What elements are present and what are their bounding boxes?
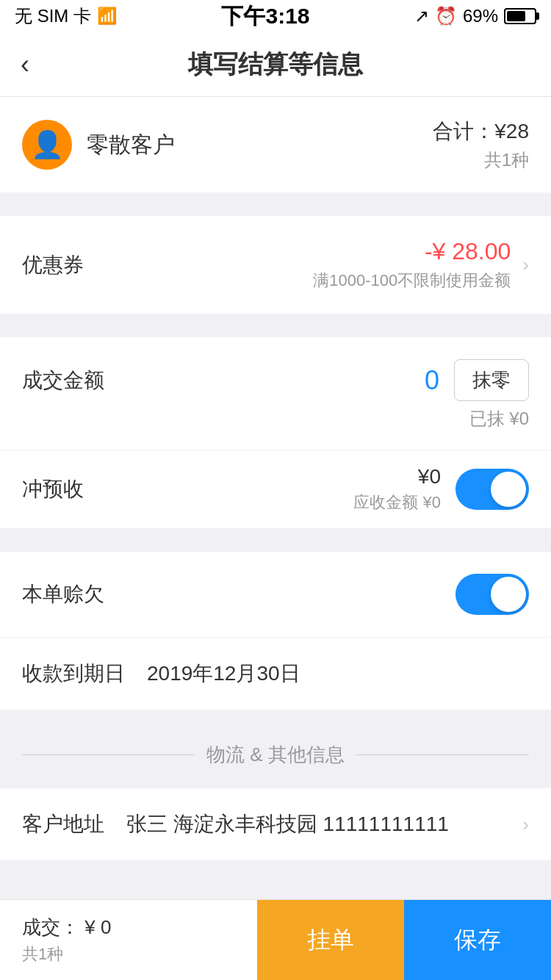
customer-row: 👤 零散客户 合计：¥28 共1种 (0, 97, 551, 192)
due-date-value: 2019年12月30日 (147, 660, 300, 688)
coupon-discount: -¥ 28.00 (313, 238, 511, 265)
customer-card: 👤 零散客户 合计：¥28 共1种 (0, 97, 551, 192)
toggle-knob (491, 472, 526, 507)
status-left: 无 SIM 卡 📶 (15, 4, 117, 28)
prepay-value: ¥0 (353, 465, 441, 489)
nav-bar: ‹ 填写结算等信息 (0, 32, 551, 97)
prepay-amounts: ¥0 应收金额 ¥0 (353, 465, 441, 514)
prepay-row: 冲预收 ¥0 应收金额 ¥0 (0, 450, 551, 528)
total-amount: 合计：¥28 (433, 118, 529, 145)
save-button[interactable]: 保存 (404, 900, 551, 980)
logistics-section-header: 物流 & 其他信息 (0, 721, 551, 788)
bottom-deal-label: 成交： (22, 916, 79, 938)
carrier-text: 无 SIM 卡 (15, 4, 91, 28)
customer-right: 合计：¥28 共1种 (433, 118, 529, 172)
bottom-deal-value: ¥ 0 (84, 916, 111, 938)
battery-icon (504, 8, 536, 24)
divider-1 (0, 204, 551, 216)
coupon-hint: 满1000-100不限制使用金额 (313, 270, 511, 292)
coupon-chevron-icon: › (522, 253, 529, 276)
coupon-value-wrap: -¥ 28.00 满1000-100不限制使用金额 (313, 238, 511, 292)
battery-percent: 69% (463, 6, 498, 26)
bottom-info: 成交： ¥ 0 共1种 (0, 915, 257, 965)
divider-2 (0, 325, 551, 337)
status-bar: 无 SIM 卡 📶 下午3:18 ↗ ⏰ 69% (0, 0, 551, 32)
round-zero-button[interactable]: 抹零 (454, 359, 529, 401)
content-area: 👤 零散客户 合计：¥28 共1种 优惠券 -¥ 28.00 满1000-100… (0, 97, 551, 960)
section-line-left (22, 754, 195, 755)
alarm-icon: ⏰ (435, 6, 457, 26)
credit-label: 本单赊欠 (22, 580, 104, 608)
bottom-buttons: 挂单 保存 (257, 900, 551, 980)
divider-3 (0, 540, 551, 552)
transaction-top: 成交金额 0 抹零 (22, 359, 529, 401)
back-button[interactable]: ‹ (21, 49, 29, 80)
transaction-card: 成交金额 0 抹零 已抹 ¥0 冲预收 ¥0 应收金额 ¥0 (0, 337, 551, 528)
bottom-deal: 成交： ¥ 0 (22, 915, 235, 940)
prepay-label: 冲预收 (22, 475, 84, 503)
credit-toggle[interactable] (455, 574, 529, 615)
credit-toggle-knob (491, 577, 526, 612)
transaction-bottom: 已抹 ¥0 (22, 401, 529, 442)
transaction-label: 成交金额 (22, 367, 104, 394)
address-chevron-icon: › (522, 813, 529, 836)
coupon-right: -¥ 28.00 满1000-100不限制使用金额 › (313, 238, 529, 292)
customer-name: 零散客户 (87, 130, 175, 160)
transaction-input-wrap: 0 抹零 (425, 359, 529, 401)
coupon-card: 优惠券 -¥ 28.00 满1000-100不限制使用金额 › (0, 216, 551, 314)
transaction-value[interactable]: 0 (425, 365, 439, 396)
page-title: 填写结算等信息 (188, 48, 363, 82)
wifi-icon: 📶 (97, 7, 117, 26)
address-row[interactable]: 客户地址 张三 海淀永丰科技园 11111111111 › (0, 788, 551, 860)
customer-avatar: 👤 (22, 120, 72, 170)
transaction-row: 成交金额 0 抹零 已抹 ¥0 (0, 337, 551, 450)
section-header-text: 物流 & 其他信息 (206, 742, 345, 768)
prepay-toggle[interactable] (455, 469, 529, 510)
address-card: 客户地址 张三 海淀永丰科技园 11111111111 › (0, 788, 551, 860)
coupon-row[interactable]: 优惠券 -¥ 28.00 满1000-100不限制使用金额 › (0, 216, 551, 314)
prepay-top: 冲预收 ¥0 应收金额 ¥0 (22, 465, 529, 514)
avatar-icon: 👤 (31, 129, 64, 160)
prepay-receivable: 应收金额 ¥0 (353, 491, 441, 514)
customer-left: 👤 零散客户 (22, 120, 175, 170)
address-label: 客户地址 (22, 810, 104, 838)
status-time: 下午3:18 (221, 1, 309, 32)
pending-button[interactable]: 挂单 (257, 900, 404, 980)
coupon-label: 优惠券 (22, 251, 84, 279)
due-date-row: 收款到期日 2019年12月30日 (0, 637, 551, 710)
section-line-right (356, 754, 529, 755)
bottom-count: 共1种 (22, 943, 235, 965)
bottom-bar: 成交： ¥ 0 共1种 挂单 保存 (0, 899, 551, 980)
due-date-label: 收款到期日 (22, 660, 125, 688)
credit-card: 本单赊欠 收款到期日 2019年12月30日 (0, 552, 551, 710)
location-icon: ↗ (414, 6, 429, 26)
status-right: ↗ ⏰ 69% (414, 6, 536, 26)
credit-row: 本单赊欠 (0, 552, 551, 637)
prepay-right-wrap: ¥0 应收金额 ¥0 (353, 465, 529, 514)
total-count: 共1种 (433, 148, 529, 172)
address-value: 张三 海淀永丰科技园 11111111111 (126, 810, 522, 838)
